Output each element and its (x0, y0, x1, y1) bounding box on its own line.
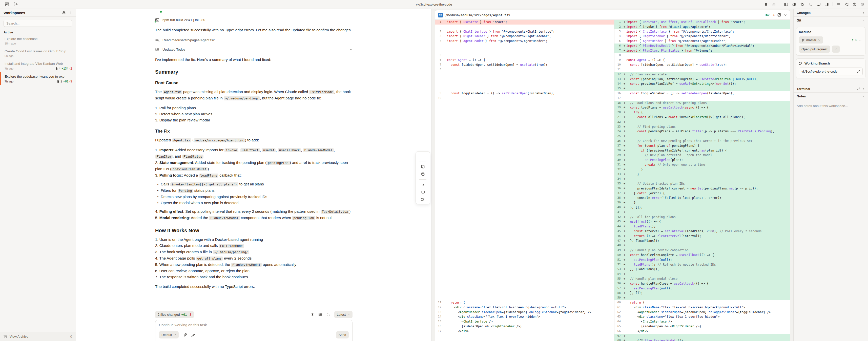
diff-row: 52+ loadPlans(); // Refresh to update tr… (614, 262, 790, 267)
archive-icon[interactable] (5, 2, 9, 7)
git-branch-icon[interactable] (421, 197, 425, 202)
diff-row (435, 162, 614, 167)
chevrons-up-icon[interactable] (772, 2, 776, 7)
files-changed-chip[interactable]: 2 files changed +61 -3 (155, 311, 194, 318)
diff-row: 41+ (614, 210, 790, 215)
workspaces-sidebar: Workspaces Active Explore the codebase35… (0, 9, 76, 341)
diff-file-header[interactable]: TS /medusa/medusa/src/pages/Agent.tsx +5… (435, 10, 790, 20)
diff-row: 7 const [sidebarOpen, setSidebarOpen] = … (435, 62, 614, 67)
workspace-time: 35m ago (5, 42, 16, 45)
workspace-item[interactable]: Install and integrate Vibe Kanban Web7h … (0, 59, 76, 72)
git-compare-icon[interactable] (800, 2, 804, 7)
split-toggle-icon[interactable] (777, 13, 781, 17)
topbar-right-actions (764, 2, 868, 7)
notes-input[interactable] (797, 104, 865, 108)
repo-name: medusa (799, 30, 863, 34)
list-item: 4. The Agent page polls get_all_plans ev… (155, 255, 352, 261)
file-icon (55, 67, 58, 70)
chevron-down-icon (862, 95, 865, 98)
add-workspace-button[interactable] (68, 11, 72, 15)
git-section-header[interactable]: Git (794, 17, 868, 24)
pr-options-button[interactable] (832, 45, 840, 53)
sparkle-icon[interactable] (311, 312, 315, 316)
edit-pencil-icon[interactable] (857, 70, 860, 73)
diff-row: 68+ {/* Plan Review Modal */} (614, 338, 790, 341)
diff-row (435, 253, 614, 257)
terminal-icon[interactable] (808, 2, 813, 7)
workspace-item[interactable]: Explore the codebase I want you to exp7h… (0, 72, 76, 85)
composer-area: 2 files changed +61 -3 Latest (155, 311, 352, 341)
diff-file-path: /medusa/medusa/src/pages/Agent.tsx (445, 13, 510, 17)
open-pull-request-button[interactable]: Open pull request (799, 45, 830, 53)
branch-select[interactable]: master (799, 36, 823, 43)
message-input[interactable] (159, 323, 349, 327)
section-heading: Root Cause (155, 81, 352, 85)
copy-icon[interactable] (421, 172, 425, 176)
split-view-icon[interactable] (421, 165, 425, 169)
help-icon[interactable] (852, 2, 857, 6)
workspaces-header: Workspaces (0, 9, 76, 17)
inline-code: useCallback (278, 148, 301, 152)
monitor-icon[interactable] (816, 2, 821, 7)
terminal-section-header[interactable]: Terminal (794, 85, 868, 93)
diff-new-column: 1+import { useState, useEffect, useRef, … (614, 20, 790, 341)
toggle-left-panel-icon[interactable] (784, 2, 788, 7)
diff-row: 8 (435, 67, 614, 72)
chevron-down-icon[interactable] (349, 48, 352, 51)
list-item: 3. Polling logic: Added a loadPlans call… (155, 172, 352, 179)
view-archive-button[interactable]: View Archive 0 (0, 332, 76, 341)
inline-code: PlanItem (155, 155, 173, 159)
more-options-icon[interactable] (859, 38, 863, 42)
sign-out-icon[interactable] (13, 2, 18, 7)
changes-section-header[interactable]: Changes (794, 9, 868, 17)
todo-list-icon[interactable] (318, 312, 322, 316)
diff-row (435, 215, 614, 220)
diff-row: 8 (614, 53, 790, 58)
diff-row (435, 205, 614, 210)
tool-call-row[interactable]: Updated Todos (155, 47, 352, 52)
megaphone-icon[interactable] (844, 2, 849, 7)
chat-icon[interactable] (792, 2, 796, 7)
expand-icon[interactable] (857, 87, 860, 90)
list-item: 5. When a new pending plan is detected, … (155, 261, 352, 268)
inline-code: useRef (262, 148, 276, 152)
monitor-icon[interactable] (421, 190, 425, 194)
ahead-count[interactable]: 1 (851, 38, 857, 42)
diff-row: 11 (614, 67, 790, 72)
notes-section-header[interactable]: Notes (794, 93, 868, 100)
play-icon[interactable] (421, 183, 425, 187)
layers-icon[interactable] (62, 11, 66, 15)
collapse-file-icon[interactable] (784, 13, 787, 17)
tool-call-row[interactable]: npm run build 2>&1 | tail -80 (155, 18, 352, 22)
settings-gear-icon[interactable] (860, 2, 864, 6)
menu-icon[interactable] (837, 2, 841, 6)
diff-row: 40+ }, []); (614, 205, 790, 210)
floating-toolbar (415, 151, 430, 205)
pen-icon[interactable] (191, 333, 195, 337)
mode-select[interactable]: Default (159, 331, 179, 338)
working-branch-input[interactable] (801, 69, 855, 73)
diff-row (435, 257, 614, 262)
latest-dropdown[interactable]: Latest (334, 311, 352, 318)
attach-icon[interactable] (183, 333, 187, 337)
section-heading: Summary (155, 69, 352, 75)
pause-icon[interactable] (764, 2, 768, 6)
conversation-scroll[interactable]: npm run build 2>&1 | tail -80The build c… (76, 9, 431, 311)
diff-row (435, 186, 614, 191)
workspace-item[interactable]: Create Good First Issues on Github So p6… (0, 47, 76, 59)
inline-code: loadPlans (199, 174, 218, 178)
workspace-diff-badges: 4+134-2 (55, 67, 72, 70)
diff-row (435, 229, 614, 234)
drag-handle-icon[interactable] (421, 154, 425, 158)
inline-code: previousPlanIdsRef (171, 167, 208, 171)
send-button[interactable]: Send (336, 331, 349, 338)
diff-row: 51+ setPendingPlan(null); (614, 257, 790, 262)
working-branch-field (799, 67, 863, 75)
diff-row (435, 234, 614, 239)
inline-code: PlanReviewModal (209, 216, 240, 220)
diff-row: 25+ (614, 134, 790, 138)
search-input[interactable] (4, 20, 72, 27)
workspace-item[interactable]: Explore the codebase35m ago (0, 35, 76, 47)
tool-call-row[interactable]: Read medusa/src/pages/Agent.tsx (155, 38, 352, 42)
toggle-right-panel-icon[interactable] (825, 2, 829, 7)
